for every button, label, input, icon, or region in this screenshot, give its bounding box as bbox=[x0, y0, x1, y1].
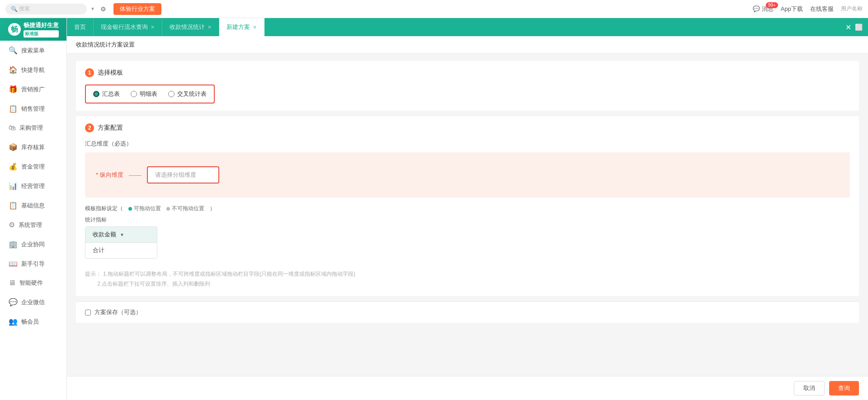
hint-line-1: 提示： 1.拖动标题栏可以调整布局，不可跨维度或指标区域拖动栏目字段(只能在同一… bbox=[85, 269, 850, 279]
content-area: 首页 现金银行流水查询 ✕ 收款情况统计 ✕ 新建方案 ✕ ✕ ⬜ 收 bbox=[67, 18, 868, 400]
radio-detail-input[interactable] bbox=[131, 91, 137, 97]
search-menu-icon: 🔍 bbox=[9, 46, 18, 55]
step2-section: 2 方案配置 汇总维度（必选） * 纵向维度 —— bbox=[76, 116, 859, 296]
dim-arrow-icon: —— bbox=[129, 171, 142, 179]
save-checkbox[interactable] bbox=[85, 310, 91, 315]
page-content: 收款情况统计方案设置 1 选择模板 汇总表 bbox=[67, 36, 868, 400]
metric-settings: 模板指标设定（ 可拖动位置 不可拖动位置 ） 统计指标 bbox=[85, 205, 850, 260]
settings-icon[interactable]: ⚙ bbox=[100, 5, 106, 13]
tab-actions: ✕ ⬜ bbox=[840, 23, 868, 32]
sidebar: 畅 畅捷通好生意 标准版 🔍 搜索菜单 🏠 快捷导航 🎁 营销推广 📋 销售管理… bbox=[0, 18, 67, 400]
finance-icon: 💰 bbox=[9, 162, 18, 171]
hint-line-2: 2.点击标题栏下拉可设置排序、插入列和删除列 bbox=[85, 279, 850, 289]
hardware-icon: 🖥 bbox=[9, 279, 16, 287]
tab-stats-close-icon[interactable]: ✕ bbox=[208, 24, 212, 30]
sidebar-item-guide[interactable]: 📖 新手引导 bbox=[0, 254, 66, 273]
sidebar-item-marketing[interactable]: 🎁 营销推广 bbox=[0, 80, 66, 99]
purchase-icon: 🛍 bbox=[9, 124, 16, 132]
sales-icon: 📋 bbox=[9, 104, 18, 113]
radio-detail[interactable]: 明细表 bbox=[131, 90, 157, 98]
tab-bank-close-icon[interactable]: ✕ bbox=[151, 24, 155, 30]
drag-indicator: 可拖动位置 bbox=[128, 205, 161, 212]
dim-row-label: * 纵向维度 bbox=[96, 171, 123, 179]
sidebar-item-member[interactable]: 👥 畅会员 bbox=[0, 312, 66, 331]
basic-icon: 📋 bbox=[9, 201, 18, 210]
sidebar-item-search[interactable]: 🔍 搜索菜单 bbox=[0, 41, 66, 60]
close-window-icon[interactable]: ✕ bbox=[845, 23, 851, 32]
sidebar-item-purchase[interactable]: 🛍 采购管理 bbox=[0, 118, 66, 137]
top-bar-right: 💬 消息 99+ App下载 在线客服 用户名称 bbox=[753, 5, 863, 13]
save-section: 方案保存（可选） bbox=[76, 301, 859, 323]
member-icon: 👥 bbox=[9, 317, 18, 326]
sidebar-item-system[interactable]: ⚙ 系统管理 bbox=[0, 215, 66, 235]
tab-bank[interactable]: 现金银行流水查询 ✕ bbox=[94, 18, 162, 36]
top-search[interactable]: 🔍 搜索 bbox=[5, 4, 87, 14]
weixin-icon: 💬 bbox=[9, 298, 18, 306]
hint-title: 提示： bbox=[85, 269, 101, 279]
dim-row: * 纵向维度 —— 请选择分组维度 bbox=[96, 166, 219, 184]
home-icon: 🏠 bbox=[9, 66, 18, 74]
step2-title: 2 方案配置 bbox=[85, 123, 850, 132]
metric-dropdown-icon[interactable]: ▼ bbox=[120, 232, 124, 237]
query-button[interactable]: 查询 bbox=[829, 381, 859, 395]
main-layout: 畅 畅捷通好生意 标准版 🔍 搜索菜单 🏠 快捷导航 🎁 营销推广 📋 销售管理… bbox=[0, 18, 868, 400]
maximize-icon[interactable]: ⬜ bbox=[855, 24, 863, 31]
enterprise-icon: 🏢 bbox=[9, 240, 18, 249]
notification-btn[interactable]: 💬 消息 99+ bbox=[753, 5, 774, 13]
radio-cross[interactable]: 交叉统计表 bbox=[168, 90, 207, 98]
sidebar-item-basic[interactable]: 📋 基础信息 bbox=[0, 196, 66, 215]
tab-new-plan-close-icon[interactable]: ✕ bbox=[253, 24, 257, 30]
dim-area: * 纵向维度 —— 请选择分组维度 bbox=[85, 152, 850, 198]
industry-btn[interactable]: 体验行业方案 bbox=[113, 3, 161, 15]
sidebar-item-inventory[interactable]: 📦 库存核算 bbox=[0, 137, 66, 157]
sidebar-logo: 畅 畅捷通好生意 标准版 bbox=[0, 18, 66, 41]
sidebar-item-finance[interactable]: 💰 资金管理 bbox=[0, 157, 66, 176]
metric-table-row: 合计 bbox=[85, 243, 157, 258]
sidebar-item-hardware[interactable]: 🖥 智能硬件 bbox=[0, 273, 66, 292]
sidebar-item-management[interactable]: 📊 经营管理 bbox=[0, 176, 66, 196]
sidebar-item-quick-nav[interactable]: 🏠 快捷导航 bbox=[0, 60, 66, 80]
tab-bar: 首页 现金银行流水查询 ✕ 收款情况统计 ✕ 新建方案 ✕ ✕ ⬜ bbox=[67, 18, 868, 36]
template-options: 汇总表 明细表 交叉统计表 bbox=[85, 85, 215, 104]
tab-stats[interactable]: 收款情况统计 ✕ bbox=[162, 18, 219, 36]
cancel-button[interactable]: 取消 bbox=[794, 381, 825, 395]
dropdown-arrow-icon[interactable]: ▼ bbox=[90, 6, 95, 11]
form-body: 1 选择模板 汇总表 明细表 bbox=[67, 54, 868, 376]
logo-icon: 畅 bbox=[8, 23, 21, 36]
hint-area: 提示： 1.拖动标题栏可以调整布局，不可跨维度或指标区域拖动栏目字段(只能在同一… bbox=[85, 269, 850, 289]
inventory-icon: 📦 bbox=[9, 143, 18, 151]
no-drag-indicator: 不可拖动位置 bbox=[166, 205, 204, 212]
dim-select-box[interactable]: 请选择分组维度 bbox=[147, 166, 219, 184]
user-name[interactable]: 用户名称 bbox=[841, 5, 863, 13]
radio-summary-input[interactable] bbox=[93, 91, 99, 97]
radio-summary[interactable]: 汇总表 bbox=[93, 90, 120, 98]
logo-text-group: 畅捷通好生意 标准版 bbox=[24, 21, 59, 38]
top-bar: 🔍 搜索 ▼ ⚙ 体验行业方案 💬 消息 99+ App下载 在线客服 用户名称 bbox=[0, 0, 868, 18]
metric-header: 模板指标设定（ 可拖动位置 不可拖动位置 ） bbox=[85, 205, 850, 212]
app-download-btn[interactable]: App下载 bbox=[781, 5, 803, 13]
message-icon: 💬 bbox=[753, 5, 760, 12]
page-header: 收款情况统计方案设置 bbox=[67, 36, 868, 54]
footer-bar: 取消 查询 bbox=[67, 376, 868, 400]
sidebar-item-weixin[interactable]: 💬 企业微信 bbox=[0, 292, 66, 312]
tab-new-plan[interactable]: 新建方案 ✕ bbox=[219, 18, 264, 36]
step1-section: 1 选择模板 汇总表 明细表 bbox=[76, 61, 859, 111]
guide-icon: 📖 bbox=[9, 259, 18, 268]
system-icon: ⚙ bbox=[9, 221, 15, 229]
tab-home[interactable]: 首页 bbox=[67, 18, 94, 36]
radio-cross-input[interactable] bbox=[168, 91, 175, 97]
step1-title: 1 选择模板 bbox=[85, 68, 850, 77]
online-service-btn[interactable]: 在线客服 bbox=[810, 5, 834, 13]
search-icon: 🔍 bbox=[11, 6, 18, 12]
dim-config: 汇总维度（必选） * 纵向维度 —— 请选择分组维度 bbox=[85, 140, 850, 198]
gift-icon: 🎁 bbox=[9, 85, 18, 94]
management-icon: 📊 bbox=[9, 182, 18, 190]
sidebar-item-enterprise[interactable]: 🏢 企业协同 bbox=[0, 235, 66, 254]
metric-table-header: 收款金额 ▼ bbox=[85, 227, 157, 243]
sidebar-item-sales[interactable]: 📋 销售管理 bbox=[0, 99, 66, 118]
drag-dot-green bbox=[128, 207, 132, 211]
metric-table: 收款金额 ▼ 合计 bbox=[85, 226, 157, 259]
drag-dot-grey bbox=[166, 207, 170, 211]
